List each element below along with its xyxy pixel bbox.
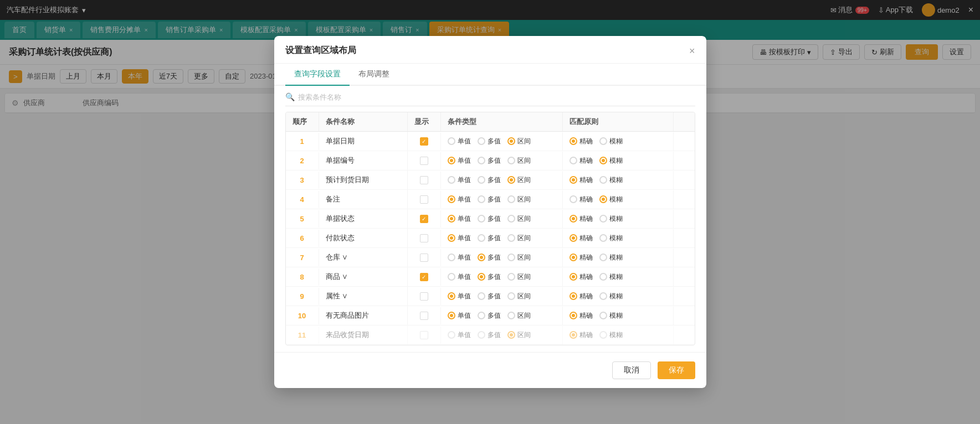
type-radio-3: 单值 多值 区间 [448, 175, 556, 185]
dialog-overlay: 设置查询区域布局 × 查询字段设置 布局调整 🔍 顺序 [0, 0, 980, 310]
match-radio-3: 精确 模糊 [569, 175, 666, 185]
type-radio-7: 单值 多值 区间 [448, 253, 556, 262]
type-radio-6: 单值 多值 区间 [448, 234, 556, 243]
table-row: 5 单据状态 单值 多值 区间 精确 [286, 209, 695, 229]
match-radio-6: 精确 模糊 [569, 234, 666, 243]
display-checkbox-7[interactable] [420, 254, 428, 262]
dialog-tab-fields[interactable]: 查询字段设置 [285, 64, 350, 86]
search-input[interactable] [298, 93, 695, 101]
display-checkbox-3[interactable] [420, 176, 428, 184]
col-name: 条件名称 [319, 112, 408, 131]
type-radio-9: 单值 多值 区间 [448, 292, 556, 301]
col-match: 匹配原则 [563, 112, 674, 131]
match-radio-5: 精确 模糊 [569, 214, 666, 224]
fields-table: 顺序 条件名称 显示 条件类型 匹配原则 1 单据日期 单值 [285, 112, 695, 310]
display-checkbox-4[interactable] [420, 195, 428, 204]
dialog-title: 设置查询区域布局 [285, 45, 356, 56]
table-row: 2 单据编号 单值 多值 区间 精确 [286, 151, 695, 170]
col-display: 显示 [408, 112, 441, 131]
dialog-close-btn[interactable]: × [689, 46, 695, 56]
dialog-header: 设置查询区域布局 × [274, 36, 706, 64]
table-row: 3 预计到货日期 单值 多值 区间 精确 [286, 170, 695, 190]
display-checkbox-1[interactable] [420, 137, 428, 146]
table-row: 8 商品 ∨ 单值 多值 区间 精确 [286, 267, 695, 287]
table-row: 7 仓库 ∨ 单值 多值 区间 精确 [286, 248, 695, 267]
display-checkbox-6[interactable] [420, 234, 428, 242]
match-radio-2: 精确 模糊 [569, 156, 666, 166]
col-type: 条件类型 [441, 112, 563, 131]
match-radio-9: 精确 模糊 [569, 292, 666, 301]
match-radio-4: 精确 模糊 [569, 195, 666, 204]
display-checkbox-8[interactable] [420, 273, 428, 281]
dialog-tabs: 查询字段设置 布局调整 [274, 64, 706, 86]
search-icon: 🔍 [285, 92, 295, 101]
table-header-row: 顺序 条件名称 显示 条件类型 匹配原则 [286, 112, 695, 132]
table-row: 6 付款状态 单值 多值 区间 精确 [286, 229, 695, 248]
type-radio-1: 单值 多值 区间 [448, 137, 556, 146]
table-row: 9 属性 ∨ 单值 多值 区间 精确 [286, 287, 695, 306]
type-radio-2: 单值 多值 区间 [448, 156, 556, 166]
type-radio-8: 单值 多值 区间 [448, 272, 556, 282]
col-order: 顺序 [286, 112, 319, 131]
match-radio-8: 精确 模糊 [569, 272, 666, 282]
table-row: 4 备注 单值 多值 区间 精确 [286, 190, 695, 209]
match-radio-1: 精确 模糊 [569, 137, 666, 146]
table-row: 10 有无商品图片 单值 多值 区间 精确 [286, 306, 695, 310]
type-radio-5: 单值 多值 区间 [448, 214, 556, 224]
match-radio-7: 精确 模糊 [569, 253, 666, 262]
settings-dialog: 设置查询区域布局 × 查询字段设置 布局调整 🔍 顺序 [274, 36, 706, 310]
dialog-body: 🔍 顺序 条件名称 显示 条件类型 匹配原则 1 单据日期 [274, 86, 706, 310]
table-row: 1 单据日期 单值 多值 区间 精确 [286, 132, 695, 151]
display-checkbox-2[interactable] [420, 157, 428, 165]
search-box: 🔍 [285, 92, 695, 106]
display-checkbox-9[interactable] [420, 292, 428, 301]
display-checkbox-5[interactable] [420, 215, 428, 223]
dialog-tab-layout[interactable]: 布局调整 [350, 64, 398, 86]
type-radio-4: 单值 多值 区间 [448, 195, 556, 204]
